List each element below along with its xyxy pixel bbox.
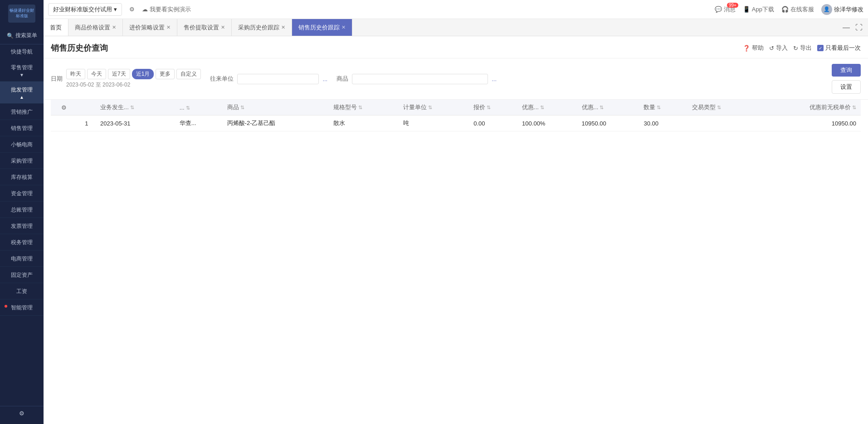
date-more-btn[interactable]: 更多 [156, 69, 175, 79]
sidebar-item-finance[interactable]: 资金管理 [0, 185, 44, 202]
sidebar-item-fixed-assets[interactable]: 固定资产 [0, 267, 44, 283]
source-input[interactable] [237, 74, 319, 84]
sidebar-item-ecommerce-small[interactable]: 小畅电商 [0, 136, 44, 153]
app-download-button[interactable]: 📱 App下载 [743, 5, 774, 14]
help-icon: ❓ [743, 45, 750, 52]
sidebar-settings-button[interactable]: ⚙ [0, 406, 44, 420]
only-last-label: 只看最后一次 [825, 44, 861, 52]
tab-purchase-strategy-close[interactable]: ✕ [166, 24, 171, 30]
demo-link[interactable]: ☁ 我要看实例演示 [142, 5, 191, 14]
message-icon: 💬 [715, 6, 722, 13]
query-button[interactable]: 查询 [832, 64, 861, 77]
tab-sale-extract[interactable]: 售价提取设置 ✕ [177, 19, 232, 36]
sidebar-item-smart[interactable]: 智能管理 [0, 299, 44, 316]
demo-label: 我要看实例演示 [150, 5, 191, 14]
source-filter-group: 往来单位 ... [210, 74, 327, 84]
sidebar-item-salary-label: 工资 [16, 288, 27, 295]
date-1month-btn[interactable]: 近1月 [132, 69, 154, 79]
message-button[interactable]: 💬 消息 99+ [715, 5, 736, 14]
sort-icon: ⇅ [358, 105, 362, 110]
help-button[interactable]: ❓ 帮助 [743, 44, 764, 52]
sidebar-bottom: ⚙ [0, 402, 44, 424]
cell-date: 2023-05-31 [96, 116, 175, 131]
tab-expand-button[interactable]: ⛶ [853, 23, 864, 33]
sidebar-item-tax[interactable]: 税务管理 [0, 234, 44, 251]
avatar: 👤 [821, 4, 832, 15]
tab-purchase-strategy[interactable]: 进价策略设置 ✕ [123, 19, 177, 36]
sidebar-item-ecommerce[interactable]: 电商管理 [0, 251, 44, 267]
product-more-btn[interactable]: ... [492, 76, 497, 82]
tab-purchase-history[interactable]: 采购历史价跟踪 ✕ [232, 19, 292, 36]
sidebar-search-area: 🔍 搜索菜单 [0, 27, 44, 44]
th-date[interactable]: 业务发生...⇅ [96, 100, 175, 116]
sidebar-item-invoice-label: 发票管理 [11, 222, 33, 230]
th-gear[interactable]: ⚙ [51, 100, 78, 116]
tab-purchase-history-close[interactable]: ✕ [281, 24, 285, 30]
cell-trade-type [688, 116, 758, 131]
sort-icon: ⇅ [487, 105, 491, 110]
th-unit[interactable]: 计量单位⇅ [399, 100, 469, 116]
main-area: 好业财标准版交付试用 ▾ ⚙ ☁ 我要看实例演示 💬 消息 99+ 📱 App下… [44, 0, 868, 424]
th-product[interactable]: 商品⇅ [223, 100, 329, 116]
topbar-gear-button[interactable]: ⚙ [126, 4, 138, 14]
page-actions: ❓ 帮助 ↺ 导入 ↻ 导出 ✓ 只看最后一次 [743, 44, 861, 52]
tab-product-price[interactable]: 商品价格设置 ✕ [68, 19, 123, 36]
tab-product-price-close[interactable]: ✕ [112, 24, 116, 30]
version-select[interactable]: 好业财标准版交付试用 ▾ [48, 3, 122, 16]
date-buttons: 昨天 今天 近7天 近1月 更多 自定义 [66, 69, 201, 79]
source-more-btn[interactable]: ... [322, 76, 327, 82]
settings-button[interactable]: 设置 [832, 80, 861, 94]
sidebar-item-general-ledger[interactable]: 总账管理 [0, 202, 44, 218]
cell-pretax-price: 10950.00 [758, 116, 861, 131]
tab-home-label: 首页 [50, 24, 62, 32]
import-icon: ↺ [769, 45, 774, 52]
message-badge: 99+ [727, 3, 738, 8]
sidebar-item-wholesale[interactable]: 批发管理 ▲ [0, 82, 44, 104]
quick-nav-button[interactable]: 快捷导航 [0, 44, 44, 59]
sidebar-item-wholesale-label: 批发管理 [11, 86, 33, 94]
sidebar-item-invoice[interactable]: 发票管理 [0, 218, 44, 234]
user-menu-button[interactable]: 👤 徐泽华修改 [821, 4, 863, 15]
only-last-checkbox[interactable]: ✓ 只看最后一次 [817, 44, 861, 52]
th-pretax-price[interactable]: 优惠前无税单价⇅ [758, 100, 861, 116]
cell-product: 丙烯酸-2-乙基己酯 [223, 116, 329, 131]
sidebar-item-sales-label: 销售管理 [11, 125, 33, 132]
sidebar-item-salary[interactable]: 工资 [0, 283, 44, 299]
tab-sale-extract-close[interactable]: ✕ [221, 24, 225, 30]
sidebar-item-inventory[interactable]: 库存核算 [0, 169, 44, 185]
sidebar-item-purchase[interactable]: 采购管理 [0, 153, 44, 169]
tab-sale-history[interactable]: 销售历史价跟踪 ✕ [292, 19, 352, 36]
th-spec[interactable]: 规格型号⇅ [329, 100, 399, 116]
th-trade-type[interactable]: 交易类型⇅ [688, 100, 758, 116]
th-discount1[interactable]: 优惠...⇅ [517, 100, 577, 116]
date-yesterday-btn[interactable]: 昨天 [66, 69, 85, 79]
th-extra[interactable]: ...⇅ [175, 100, 223, 116]
app-download-label: App下载 [752, 5, 774, 14]
tab-home[interactable]: 首页 [44, 19, 68, 36]
sidebar-item-fixed-assets-label: 固定资产 [11, 271, 33, 279]
sidebar-item-marketing[interactable]: 营销推广 [0, 104, 44, 120]
product-input[interactable] [352, 74, 488, 84]
search-menu-button[interactable]: 🔍 搜索菜单 [3, 30, 41, 41]
export-button[interactable]: ↻ 导出 [793, 44, 812, 52]
tab-minimize-button[interactable]: — [841, 23, 852, 33]
sidebar-item-sales[interactable]: 销售管理 [0, 120, 44, 136]
date-custom-btn[interactable]: 自定义 [176, 69, 201, 79]
online-service-button[interactable]: 🎧 在线客服 [781, 5, 814, 14]
sort-icon: ⇅ [657, 105, 661, 110]
date-7days-btn[interactable]: 近7天 [108, 69, 130, 79]
app-logo: 畅捷通好业财 标准版 [8, 5, 35, 23]
th-quantity[interactable]: 数量⇅ [639, 100, 688, 116]
tab-sale-extract-label: 售价提取设置 [184, 24, 219, 32]
sort-icon: ⇅ [600, 105, 604, 110]
date-today-btn[interactable]: 今天 [87, 69, 106, 79]
topbar: 好业财标准版交付试用 ▾ ⚙ ☁ 我要看实例演示 💬 消息 99+ 📱 App下… [44, 0, 868, 19]
th-discount2[interactable]: 优惠...⇅ [577, 100, 639, 116]
th-price[interactable]: 报价⇅ [469, 100, 517, 116]
tab-sale-history-close[interactable]: ✕ [341, 24, 346, 30]
sidebar-item-retail-label: 零售管理 [11, 64, 33, 72]
sidebar-item-retail[interactable]: 零售管理 ▼ [0, 59, 44, 82]
date-label: 日期 [51, 75, 63, 83]
sort-icon: ⇅ [428, 105, 432, 110]
import-button[interactable]: ↺ 导入 [769, 44, 788, 52]
